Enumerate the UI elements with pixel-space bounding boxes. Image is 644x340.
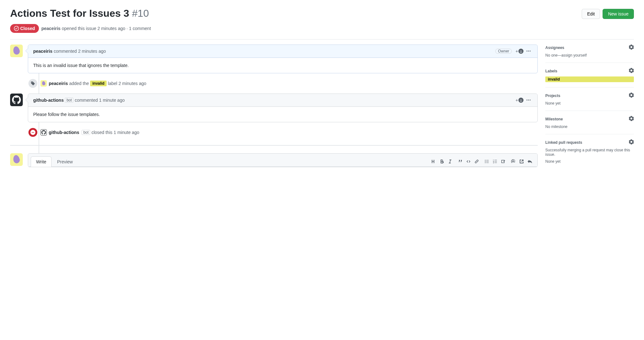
sidebar-assignees: Assignees No one—assign yourself [545,45,634,63]
comment-form: Write Preview [28,153,538,167]
sidebar-projects: Projects None yet [545,88,634,111]
projects-gear-button[interactable] [629,93,634,99]
ol-icon[interactable] [492,159,498,164]
state-badge: Closed [10,24,39,33]
label-chip[interactable]: invalid [90,81,107,86]
comment-item: github-actions bot commented 1 minute ag… [10,94,538,122]
smiley-icon [518,98,523,103]
comment-timestamp[interactable]: 2 minutes ago [78,49,106,54]
closed-icon [14,26,19,31]
comment-box: github-actions bot commented 1 minute ag… [28,94,538,122]
md-toolbar [431,159,535,164]
github-icon [41,130,46,135]
sidebar-title: Assignees [545,46,564,50]
avatar-small[interactable] [40,80,47,87]
add-reaction-button[interactable]: + [514,47,525,55]
event-badge [28,78,38,88]
avatar-small[interactable] [40,129,47,136]
reference-icon[interactable] [519,159,524,164]
comment-menu-button[interactable] [525,96,532,104]
linked-empty: None yet [545,159,634,164]
event-author-link[interactable]: github-actions [49,130,79,135]
comment-box: peaceiris commented 2 minutes ago Owner … [28,45,538,73]
no-entry-icon [30,130,35,135]
avatar[interactable] [10,94,23,106]
new-comment: Write Preview [10,153,538,167]
comment-author-link[interactable]: github-actions [33,98,64,103]
comment-timestamp[interactable]: 1 minute ago [99,98,125,103]
add-reaction-button[interactable]: + [514,96,525,104]
issue-author-link[interactable]: peaceiris [41,26,61,31]
timeline-divider [10,145,538,146]
assign-yourself-link[interactable]: assign yourself [561,53,587,58]
timeline-event-closed: github-actions bot closed this 1 minute … [28,127,538,137]
tasklist-icon[interactable] [501,159,506,164]
kebab-icon [526,49,531,54]
issue-header: Actions Test for Issues 3 #10 Edit New i… [10,8,634,21]
sidebar-title: Projects [545,94,560,98]
issue-meta: Closed peaceiris opened this issue 2 min… [10,24,634,33]
bot-badge: bot [82,130,90,135]
header-actions: Edit New issue [582,8,634,19]
saved-reply-icon[interactable] [527,159,532,164]
sidebar-title: Labels [545,69,557,73]
link-icon[interactable] [474,159,479,164]
linked-gear-button[interactable] [629,139,634,145]
tag-icon [30,81,35,86]
event-badge-closed [28,127,38,137]
timeline-event-label: peaceiris added the invalid label 2 minu… [28,78,538,88]
sidebar-title: Linked pull requests [545,140,582,145]
issue-meta-text: peaceiris opened this issue 2 minutes ag… [41,26,151,31]
gear-icon [629,139,634,144]
bold-icon[interactable] [439,159,444,164]
milestone-gear-button[interactable] [629,116,634,122]
comment-item: peaceiris commented 2 minutes ago Owner … [10,45,538,73]
sidebar-milestone: Milestone No milestone [545,111,634,134]
comment-verb: commented [54,49,77,54]
labels-gear-button[interactable] [629,68,634,74]
gear-icon [629,116,634,121]
new-issue-button[interactable]: New issue [603,9,634,19]
comment-author-link[interactable]: peaceiris [33,49,53,54]
gear-icon [629,45,634,50]
header-divider [10,39,634,39]
avatar[interactable] [10,153,23,166]
comment-verb: commented [75,98,98,103]
ul-icon[interactable] [484,159,489,164]
assignees-gear-button[interactable] [629,45,634,51]
smiley-icon [518,49,523,54]
state-badge-label: Closed [20,26,35,31]
label-pill[interactable]: invalid [545,76,634,82]
milestone-empty: No milestone [545,124,634,129]
sidebar: Assignees No one—assign yourself Labels … [545,45,634,169]
gear-icon [629,68,634,73]
comment-header: github-actions bot commented 1 minute ag… [28,94,537,107]
issue-title: Actions Test for Issues 3 #10 [10,8,582,19]
event-author-link[interactable]: peaceiris [49,81,68,86]
tab-write[interactable]: Write [31,156,52,167]
code-icon[interactable] [466,159,471,164]
comment-tabs: Write Preview [28,154,537,167]
issue-number: #10 [132,8,149,19]
avatar[interactable] [10,45,23,57]
bot-badge: bot [65,98,73,103]
owner-badge: Owner [495,49,511,54]
sidebar-linked-prs: Linked pull requests Successfully mergin… [545,134,634,169]
sidebar-title: Milestone [545,117,563,121]
timeline: peaceiris commented 2 minutes ago Owner … [10,45,538,167]
gear-icon [629,93,634,98]
edit-button[interactable]: Edit [582,9,600,19]
tab-preview[interactable]: Preview [52,156,78,167]
mention-icon[interactable] [511,159,516,164]
comment-body: Please follow the issue templates. [28,107,537,122]
comment-body: This is an invalid issue that ignores th… [28,58,537,73]
quote-icon[interactable] [458,159,463,164]
event-timestamp[interactable]: 1 minute ago [114,130,139,135]
issue-title-text: Actions Test for Issues 3 [10,8,129,19]
event-timestamp[interactable]: 2 minutes ago [119,81,146,86]
comment-menu-button[interactable] [525,47,532,55]
heading-icon[interactable] [431,159,436,164]
italic-icon[interactable] [448,159,453,164]
sidebar-labels: Labels invalid [545,63,634,88]
comment-header: peaceiris commented 2 minutes ago Owner … [28,45,537,58]
